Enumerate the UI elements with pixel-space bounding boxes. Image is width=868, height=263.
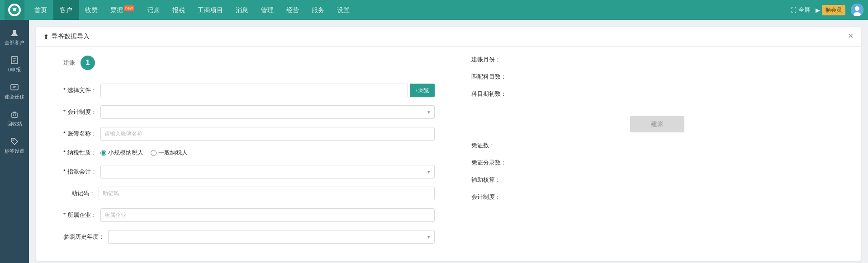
- import-panel: ⬆ 导爷数据导入 ✕ 建账 1 * 选择文件： +浏览: [36, 27, 861, 261]
- step-circle: 1: [81, 56, 95, 70]
- radio-small-label: 小规模纳税人: [108, 149, 143, 157]
- svg-point-1: [13, 9, 16, 11]
- form-left: 建账 1 * 选择文件： +浏览 * 会计制度：: [36, 56, 453, 252]
- voucher-entries-label: 凭证分录数：: [471, 159, 508, 167]
- ledger-name-input[interactable]: [100, 127, 435, 141]
- accounting-system-select-wrapper: ▼: [100, 105, 435, 119]
- tag-icon: [9, 136, 19, 146]
- reference-year-select-wrapper: ▼: [108, 230, 435, 244]
- voucher-count-label: 凭证数：: [471, 141, 508, 150]
- svg-point-5: [13, 30, 16, 33]
- nav-item-client[interactable]: 客户: [53, 0, 79, 20]
- radio-small-tax[interactable]: 小规模纳税人: [100, 149, 143, 157]
- step-label: 建账: [63, 56, 75, 70]
- form-container: 建账 1 * 选择文件： +浏览 * 会计制度：: [36, 47, 861, 261]
- nav-right: ⛶ 全屏 ▶ 畅会员: [791, 4, 863, 16]
- assigned-accountant-select[interactable]: [100, 165, 435, 178]
- sidebar-label-declaration: 0申报: [8, 66, 21, 73]
- match-subject-row: 匹配科目数：: [471, 73, 843, 81]
- sidebar-item-declaration[interactable]: 0申报: [0, 51, 29, 78]
- radio-group: 小规模纳税人 一般纳税人: [100, 149, 435, 157]
- reference-year-row: 参照历史年度： ▼: [63, 230, 435, 244]
- match-subject-label: 匹配科目数：: [471, 73, 508, 81]
- declaration-icon: [9, 55, 19, 65]
- subject-initial-label: 科目期初数：: [471, 90, 508, 98]
- accounting-system-label: * 会计制度：: [63, 108, 97, 116]
- tax-type-label: * 纳税性质：: [63, 149, 97, 157]
- logo-icon: [8, 4, 21, 16]
- memo-code-input[interactable]: [99, 187, 435, 200]
- nav-item-bookkeeping[interactable]: 记账: [141, 0, 166, 20]
- logo: [5, 0, 24, 20]
- migration-icon: [9, 82, 19, 92]
- nav-items: 首页 客户 收费 票据new 记账 报税 工商项目 消息 管理 经营 服务 设置: [28, 0, 791, 20]
- right-accounting-system-row: 会计制度：: [471, 193, 843, 201]
- radio-general-input[interactable]: [151, 150, 157, 156]
- user-avatar[interactable]: [851, 4, 863, 16]
- sidebar-label-all-clients: 全部客户: [5, 39, 24, 46]
- trash-icon: [9, 109, 19, 119]
- svg-rect-13: [12, 113, 17, 117]
- step-area: 建账 1: [63, 56, 435, 70]
- close-button[interactable]: ✕: [848, 33, 854, 40]
- nav-item-tax[interactable]: 报税: [166, 0, 191, 20]
- file-text-input[interactable]: [100, 84, 408, 97]
- build-month-label: 建账月份：: [471, 56, 508, 64]
- nav-item-fee[interactable]: 收费: [79, 0, 104, 20]
- nav-item-home[interactable]: 首页: [28, 0, 53, 20]
- radio-small-input[interactable]: [100, 150, 106, 156]
- assigned-accountant-label: * 指派会计：: [63, 168, 97, 176]
- radio-general-label: 一般纳税人: [158, 149, 188, 157]
- sidebar-item-all-clients[interactable]: 全部客户: [0, 23, 29, 51]
- sidebar-item-migration[interactable]: 账套迁移: [0, 78, 29, 105]
- assigned-accountant-row: * 指派会计： ▼: [63, 165, 435, 178]
- voucher-count-row: 凭证数：: [471, 141, 843, 150]
- upload-icon: ⬆: [43, 33, 49, 40]
- panel-title: 导爷数据导入: [52, 33, 90, 41]
- radio-general-tax[interactable]: 一般纳税人: [151, 149, 188, 157]
- sidebar-item-recycle[interactable]: 回收站: [0, 105, 29, 132]
- fullscreen-btn[interactable]: ⛶ 全屏: [791, 6, 810, 14]
- memo-code-label: 助记码：: [63, 189, 95, 197]
- auxiliary-label: 辅助核算：: [471, 176, 508, 184]
- build-month-row: 建账月份：: [471, 56, 843, 64]
- assigned-accountant-select-wrapper: ▼: [100, 165, 435, 178]
- affiliated-company-label: * 所属企业：: [63, 211, 97, 219]
- nav-item-business[interactable]: 工商项目: [191, 0, 229, 20]
- nav-item-service[interactable]: 服务: [305, 0, 331, 20]
- top-navigation: 首页 客户 收费 票据new 记账 报税 工商项目 消息 管理 经营 服务 设置…: [0, 0, 868, 20]
- svg-rect-10: [11, 85, 18, 90]
- svg-point-16: [13, 140, 14, 141]
- ledger-name-row: * 账簿名称：: [63, 127, 435, 141]
- accounting-system-select[interactable]: [100, 105, 435, 119]
- nav-item-operation[interactable]: 经营: [280, 0, 305, 20]
- play-icon: ▶: [816, 7, 820, 14]
- sidebar-label-tags: 标签设置: [5, 148, 24, 155]
- svg-point-3: [855, 6, 859, 11]
- sidebar-item-tags[interactable]: 标签设置: [0, 132, 29, 159]
- browse-button[interactable]: +浏览: [410, 84, 435, 97]
- form-right: 建账月份： 匹配科目数： 科目期初数： 建账 凭证数：: [453, 56, 861, 252]
- file-input-group: +浏览: [100, 84, 435, 97]
- nav-item-settings[interactable]: 设置: [331, 0, 356, 20]
- nav-item-manage[interactable]: 管理: [255, 0, 280, 20]
- auxiliary-row: 辅助核算：: [471, 176, 843, 184]
- reference-year-select[interactable]: [108, 230, 435, 244]
- sidebar: 全部客户 0申报 账套迁移: [0, 20, 29, 263]
- panel-header: ⬆ 导爷数据导入: [36, 27, 861, 47]
- memo-code-row: 助记码：: [63, 187, 435, 200]
- select-file-row: * 选择文件： +浏览: [63, 84, 435, 97]
- main-content: ⬆ 导爷数据导入 ✕ 建账 1 * 选择文件： +浏览: [29, 20, 868, 263]
- nav-item-message[interactable]: 消息: [229, 0, 255, 20]
- select-file-label: * 选择文件：: [63, 86, 97, 94]
- affiliated-company-input[interactable]: [100, 208, 435, 222]
- build-account-button[interactable]: 建账: [630, 116, 684, 132]
- tax-type-row: * 纳税性质： 小规模纳税人 一般纳税人: [63, 149, 435, 157]
- sidebar-label-migration: 账套迁移: [5, 94, 24, 100]
- main-layout: 全部客户 0申报 账套迁移: [0, 20, 868, 263]
- subject-initial-row: 科目期初数：: [471, 90, 843, 98]
- reference-year-label: 参照历史年度：: [63, 233, 104, 241]
- accounting-system-row: * 会计制度： ▼: [63, 105, 435, 119]
- nav-item-invoice[interactable]: 票据new: [104, 0, 141, 20]
- vip-button[interactable]: ▶ 畅会员: [816, 5, 845, 15]
